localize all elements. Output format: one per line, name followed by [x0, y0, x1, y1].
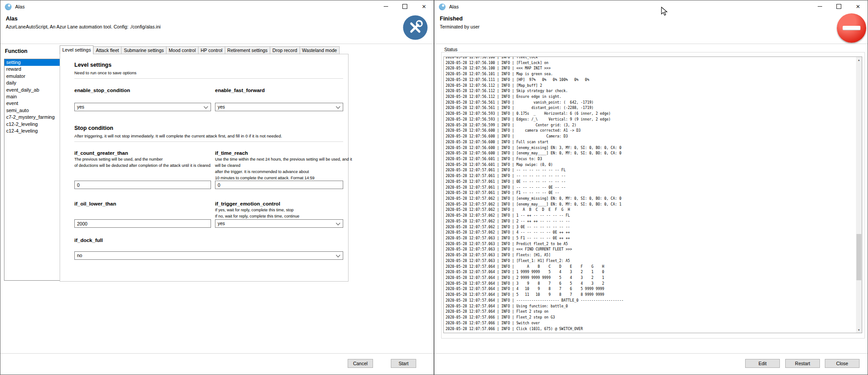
field-desc: Use the time within the next 24 hours, t…	[215, 157, 343, 162]
titlebar[interactable]: Alas	[0, 0, 434, 13]
field-desc: The previous setting will be used, and t…	[74, 157, 211, 162]
log-scrollbar[interactable]: ▲ ▼	[856, 57, 862, 333]
no-entry-stop-icon	[837, 13, 866, 43]
log-line: 2020-05-28 12:07:57.062 | INFO | A B C D…	[446, 207, 856, 213]
log-line: 2020-05-28 12:07:56.600 | INFO | Camera:…	[446, 134, 856, 140]
log-line: 2020-05-28 12:07:56.100 | INFO | [Fleet_…	[446, 60, 856, 66]
scroll-up-icon[interactable]: ▲	[856, 57, 862, 63]
tab-submarine-settings[interactable]: Submarine settings	[122, 46, 166, 54]
sidebar-item-daily[interactable]: daily	[4, 80, 68, 86]
chevron-down-icon	[336, 221, 341, 226]
tab-attack-fleet[interactable]: Attack fleet	[93, 46, 122, 54]
form-section-level-settings: Level settingsNeed to run once to save o…	[74, 62, 343, 79]
field-label: if_dock_full	[74, 238, 343, 243]
tab-retirement-settings[interactable]: Retirement settings	[225, 46, 270, 54]
sidebar-item-c7-2-mystery-farming[interactable]: c7-2_mystery_farming	[4, 114, 68, 121]
tab-level-settings[interactable]: Level settings	[60, 45, 93, 54]
caption-buttons: ✕	[810, 0, 868, 12]
log-line: 2020-05-28 12:07:56.600 | INFO | Full sc…	[446, 140, 856, 145]
log-line: 2020-05-28 12:07:57.064 | INFO | 1 9999 …	[446, 270, 856, 275]
sidebar-item-event[interactable]: event	[4, 100, 68, 107]
sidebar-item-setting[interactable]: setting	[4, 59, 68, 66]
app-subtitle: AzurLaneAutoScript, An Azur Lane automat…	[6, 24, 161, 29]
cancel-button[interactable]: Cancel	[348, 359, 373, 368]
maximize-button[interactable]	[395, 0, 414, 12]
log-view[interactable]: 2020-05-28 12:07:56.100 | INFO | fleet_l…	[443, 56, 862, 333]
sidebar-item-main[interactable]: main	[4, 93, 68, 100]
section-title: Stop condition	[74, 125, 343, 131]
tab-drop-record[interactable]: Drop record	[270, 46, 300, 54]
start-button[interactable]: Start	[391, 359, 416, 368]
field-desc: of deductions will be deducted after com…	[74, 163, 211, 168]
sidebar-item-reward[interactable]: reward	[4, 66, 68, 73]
restart-button[interactable]: Restart	[785, 359, 820, 368]
minimize-button[interactable]	[376, 0, 395, 12]
log-line: 2020-05-28 12:07:56.112 | INFO | Skip st…	[446, 89, 856, 94]
close-button[interactable]: ✕	[414, 0, 434, 12]
chevron-down-icon	[336, 105, 341, 109]
close-icon: ✕	[422, 4, 426, 9]
close-button[interactable]: ✕	[848, 0, 868, 12]
form-row: if_oil_lower_thanif_trigger_emotion_cont…	[74, 201, 343, 228]
function-list[interactable]: settingrewardemulatordailyevent_daily_ab…	[4, 59, 69, 281]
mouse-cursor	[661, 7, 669, 16]
log-line: 2020-05-28 12:07:57.064 | INFO | 2 9999 …	[446, 275, 856, 281]
section-divider	[74, 78, 343, 79]
log-line: 2020-05-28 12:07:56.601 | INFO | Focus t…	[446, 157, 856, 162]
maximize-button[interactable]	[829, 0, 848, 12]
log-line: 2020-05-28 12:07:57.061 | INFO | 0E -- -…	[446, 179, 856, 185]
log-line: 2020-05-28 12:07:56.561 | INFO | vanish_…	[446, 100, 856, 106]
log-line: 2020-05-28 12:07:57.062 | INFO | 4 -- --…	[446, 230, 856, 236]
sidebar-item-event-daily-ab[interactable]: event_daily_ab	[4, 87, 68, 93]
status-subtitle: Terminated by user	[440, 24, 479, 29]
enable-fast-forward-select[interactable]: yes	[215, 103, 343, 111]
log-line: 2020-05-28 12:07:57.061 | INFO | -- -- -…	[446, 185, 856, 191]
titlebar[interactable]: Alas	[434, 0, 868, 13]
window-title: Alas	[449, 4, 458, 9]
log-line: 2020-05-28 12:07:57.062 | INFO | [enemy_…	[446, 202, 856, 208]
log-line: 2020-05-28 12:07:57.062 | INFO | 3 0E --…	[446, 225, 856, 230]
minimize-button[interactable]	[810, 0, 829, 12]
edit-button[interactable]: Edit	[745, 359, 780, 368]
sidebar-item-c12-4-leveling[interactable]: c12-4_leveling	[4, 128, 68, 134]
log-line: 2020-05-28 12:07:57.061 | INFO | -- -- -…	[446, 173, 856, 179]
field-label: enable_stop_condition	[74, 88, 211, 93]
status-group-label: Status	[444, 47, 458, 52]
close-task-button[interactable]: Close	[825, 359, 860, 368]
log-line: 2020-05-28 12:07:57.062 | INFO | 1 -- ++…	[446, 213, 856, 219]
if-oil-lower-than-input[interactable]	[74, 219, 211, 228]
footer-divider	[0, 353, 434, 354]
tab-mood-control[interactable]: Mood control	[166, 46, 199, 54]
log-line: 2020-05-28 12:07:56.100 | INFO | fleet_l…	[446, 56, 856, 60]
field-if-time-reach: if_time_reachUse the time within the nex…	[215, 150, 343, 189]
log-line: 2020-05-28 12:07:56.599 | INFO | Center …	[446, 123, 856, 129]
tab-hp-control[interactable]: HP control	[199, 46, 225, 54]
scroll-down-icon[interactable]: ▼	[856, 327, 862, 333]
section-divider	[74, 141, 343, 142]
if-count-greater-than-input[interactable]	[74, 181, 211, 189]
minimize-icon	[818, 6, 822, 7]
function-list-label: Function	[5, 48, 28, 54]
scrollbar-thumb[interactable]	[856, 234, 861, 280]
log-line: 2020-05-28 12:07:57.064 | INFO | Using f…	[446, 304, 856, 310]
log-lines: 2020-05-28 12:07:56.100 | INFO | fleet_l…	[446, 56, 856, 332]
select-value: no	[77, 253, 82, 258]
maximize-icon	[402, 4, 407, 9]
log-line: 2020-05-28 12:07:57.064 | INFO | A B C D…	[446, 264, 856, 270]
if-trigger-emotion-control-select[interactable]: yes	[215, 219, 343, 228]
if-dock-full-select[interactable]: no	[74, 251, 343, 260]
app-title: Alas	[6, 16, 17, 22]
field-label: if_time_reach	[215, 150, 343, 156]
log-line: 2020-05-28 12:07:56.601 | INFO | Map swi…	[446, 162, 856, 168]
sidebar-item-emulator[interactable]: emulator	[4, 73, 68, 80]
log-line: 2020-05-28 12:07:57.063 | INFO | 5 F1 --…	[446, 236, 856, 242]
if-time-reach-input[interactable]	[215, 181, 343, 189]
close-icon: ✕	[856, 4, 860, 9]
tab-wasteland-mode[interactable]: Wasteland mode	[300, 46, 340, 54]
log-line: 2020-05-28 12:07:57.063 | INFO | Predict…	[446, 242, 856, 247]
log-line: 2020-05-28 12:07:57.064 | INFO | -------…	[446, 298, 856, 304]
sidebar-item-semi-auto[interactable]: semi_auto	[4, 107, 68, 114]
enable-stop-condition-select[interactable]: yes	[74, 103, 211, 111]
tab-panel: Level settingsNeed to run once to save o…	[60, 54, 349, 282]
sidebar-item-c12-2-leveling[interactable]: c12-2_leveling	[4, 121, 68, 128]
